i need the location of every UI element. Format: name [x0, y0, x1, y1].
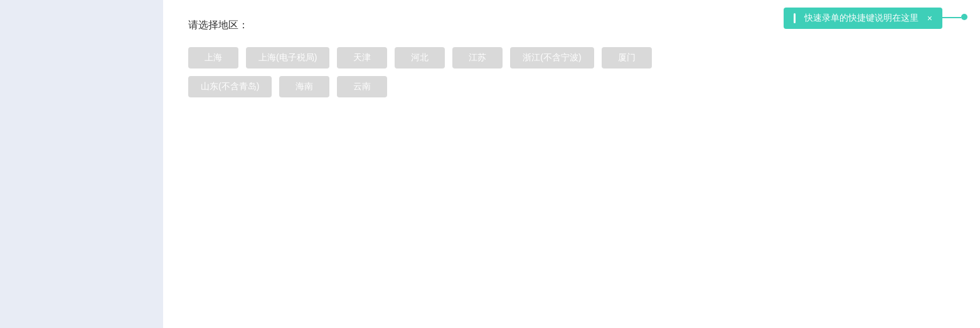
main-content: 请选择地区： 上海 上海(电子税局) 天津 河北 江苏 浙江(不含宁波) 厦门 …: [163, 0, 980, 328]
tooltip-close-button[interactable]: ×: [927, 13, 932, 23]
region-btn-jiangsu[interactable]: 江苏: [452, 47, 503, 68]
tooltip-dot-indicator: [961, 14, 967, 20]
region-row-1: 上海 上海(电子税局) 天津 河北 江苏 浙江(不含宁波) 厦门: [188, 47, 955, 68]
region-btn-hainan[interactable]: 海南: [279, 76, 329, 97]
region-btn-hebei[interactable]: 河北: [395, 47, 445, 68]
region-btn-yunnan[interactable]: 云南: [337, 76, 387, 97]
region-btn-zhejiang[interactable]: 浙江(不含宁波): [510, 47, 594, 68]
region-btn-xiamen[interactable]: 厦门: [602, 47, 652, 68]
tooltip-connector: [942, 17, 961, 18]
region-row-2: 山东(不含青岛) 海南 云南: [188, 76, 955, 97]
tooltip-text: 快速录单的快捷键说明在这里: [804, 13, 919, 24]
region-btn-shanghai-etax[interactable]: 上海(电子税局): [246, 47, 329, 68]
region-btn-shandong[interactable]: 山东(不含青岛): [188, 76, 272, 97]
sidebar: [0, 0, 163, 328]
tooltip-banner: 快速录单的快捷键说明在这里 ×: [784, 8, 942, 29]
region-btn-shanghai[interactable]: 上海: [188, 47, 238, 68]
region-btn-tianjin[interactable]: 天津: [337, 47, 387, 68]
